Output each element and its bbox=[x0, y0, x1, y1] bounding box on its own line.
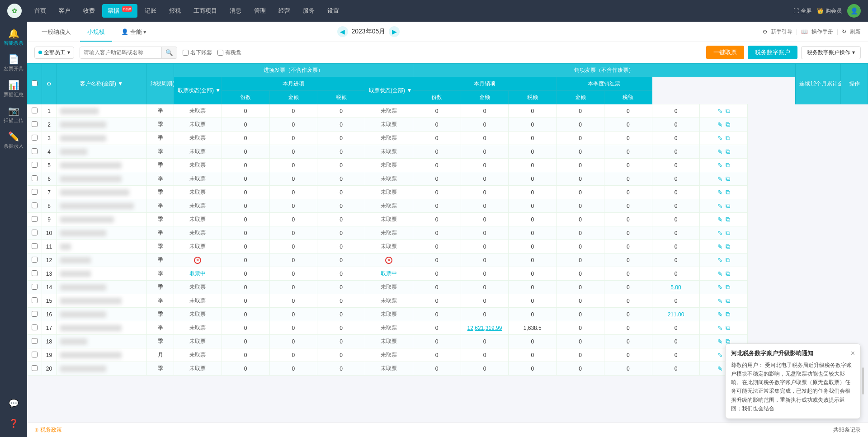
copy-ops-icon[interactable]: ⧉ bbox=[726, 297, 730, 305]
row-ops[interactable]: ✎ ⧉ bbox=[700, 226, 748, 240]
search-input[interactable] bbox=[80, 47, 161, 58]
nav-invoice[interactable]: 票据 new bbox=[102, 4, 137, 18]
row-out-status[interactable]: 未取票 bbox=[365, 118, 413, 132]
edit-ops-icon[interactable]: ✎ bbox=[717, 162, 723, 169]
copy-ops-icon[interactable]: ⧉ bbox=[726, 175, 730, 183]
row-name[interactable]: ████████████ bbox=[57, 308, 147, 321]
new-guide-btn[interactable]: 新手引导 bbox=[771, 28, 793, 36]
row-out-status[interactable]: 未取票 bbox=[365, 362, 413, 376]
nav-home[interactable]: 首页 bbox=[29, 4, 52, 18]
row-ops[interactable]: ✎ ⧉ bbox=[700, 281, 748, 294]
row-in-status[interactable]: 未取票 bbox=[174, 321, 222, 335]
row-checkbox-cell[interactable] bbox=[28, 132, 42, 145]
row-name[interactable]: ████████████████ bbox=[57, 294, 147, 308]
row-out-status[interactable]: 未取票 bbox=[365, 159, 413, 172]
row-checkbox-cell[interactable] bbox=[28, 281, 42, 294]
row-out-status[interactable]: 未取票 bbox=[365, 226, 413, 240]
copy-ops-icon[interactable]: ⧉ bbox=[726, 243, 730, 250]
nav-business2[interactable]: 经营 bbox=[273, 4, 296, 18]
row-checkbox[interactable] bbox=[32, 257, 38, 263]
row-in-status[interactable]: 未取票 bbox=[174, 281, 222, 294]
avatar[interactable]: 👤 bbox=[847, 4, 861, 18]
row-out-status[interactable]: 未取票 bbox=[365, 172, 413, 186]
copy-ops-icon[interactable]: ⧉ bbox=[726, 148, 730, 155]
select-all-checkbox[interactable] bbox=[32, 80, 38, 86]
search-button[interactable]: 🔍 bbox=[161, 47, 177, 58]
row-name[interactable]: ████████████ bbox=[57, 362, 147, 376]
row-name[interactable]: ████████████ bbox=[57, 118, 147, 132]
edit-ops-icon[interactable]: ✎ bbox=[717, 148, 723, 155]
out-amount-link[interactable]: 12,621,319.99 bbox=[467, 325, 502, 331]
row-out-status[interactable]: 未取票 bbox=[365, 294, 413, 308]
row-in-status[interactable]: 未取票 bbox=[174, 199, 222, 213]
row-in-status[interactable]: 未取票 bbox=[174, 226, 222, 240]
edit-ops-icon[interactable]: ✎ bbox=[717, 175, 723, 183]
row-name[interactable]: ██████████████ bbox=[57, 213, 147, 226]
row-checkbox[interactable] bbox=[32, 135, 38, 141]
continuous-link[interactable]: 5.00 bbox=[670, 284, 681, 291]
row-ops[interactable]: ✎ ⧉ bbox=[700, 240, 748, 254]
row-ops[interactable]: ✎ ⧉ bbox=[700, 118, 748, 132]
member-btn[interactable]: 👑 购会员 bbox=[817, 7, 842, 15]
copy-ops-icon[interactable]: ⧉ bbox=[726, 229, 730, 237]
row-checkbox-cell[interactable] bbox=[28, 254, 42, 267]
row-name[interactable]: ████████████████ bbox=[57, 159, 147, 172]
sidebar-item-scan-upload[interactable]: 📷 扫描上传 bbox=[2, 103, 25, 127]
nav-service[interactable]: 服务 bbox=[297, 4, 320, 18]
copy-ops-icon[interactable]: ⧉ bbox=[726, 107, 730, 115]
row-checkbox[interactable] bbox=[32, 324, 38, 330]
next-month-btn[interactable]: ▶ bbox=[389, 26, 400, 37]
row-ops[interactable]: ✎ ⧉ bbox=[700, 294, 748, 308]
row-out-status[interactable]: 未取票 bbox=[365, 348, 413, 362]
copy-ops-icon[interactable]: ⧉ bbox=[726, 121, 730, 128]
has-tax-filter[interactable]: 有税盘 bbox=[217, 49, 241, 56]
fullscreen-btn[interactable]: ⛶ 全屏 bbox=[793, 7, 811, 15]
row-checkbox-cell[interactable] bbox=[28, 159, 42, 172]
row-name[interactable]: ██████████████████... bbox=[57, 199, 147, 213]
row-name[interactable]: ████████████ bbox=[57, 226, 147, 240]
refresh-btn[interactable]: 刷新 bbox=[850, 28, 861, 36]
row-checkbox-cell[interactable] bbox=[28, 118, 42, 132]
th-period[interactable]: 纳税周期(全部) ▼ bbox=[147, 64, 174, 104]
my-accounts-filter[interactable]: 名下账套 bbox=[183, 49, 212, 56]
row-in-status[interactable]: ✕ bbox=[174, 254, 222, 267]
row-checkbox-cell[interactable] bbox=[28, 267, 42, 281]
nav-accounting[interactable]: 记账 bbox=[139, 4, 162, 18]
row-ops[interactable]: ✎ ⧉ bbox=[700, 186, 748, 199]
row-checkbox[interactable] bbox=[32, 202, 38, 208]
row-out-status[interactable]: ✕ bbox=[365, 254, 413, 267]
nav-settings[interactable]: 设置 bbox=[322, 4, 344, 18]
row-checkbox-cell[interactable] bbox=[28, 294, 42, 308]
edit-ops-icon[interactable]: ✎ bbox=[717, 284, 723, 291]
row-name[interactable]: ███████ bbox=[57, 335, 147, 348]
copy-ops-icon[interactable]: ⧉ bbox=[726, 310, 730, 318]
row-checkbox-cell[interactable] bbox=[28, 240, 42, 254]
row-ops[interactable]: ✎ ⧉ bbox=[700, 254, 748, 267]
employee-filter[interactable]: 全部员工 ▾ bbox=[34, 47, 74, 59]
nav-tax[interactable]: 报税 bbox=[164, 4, 186, 18]
row-name[interactable]: ███████ bbox=[57, 145, 147, 159]
tax-digital-ops-btn[interactable]: 税务数字账户操作 ▾ bbox=[801, 46, 861, 59]
copy-ops-icon[interactable]: ⧉ bbox=[726, 134, 730, 142]
has-tax-checkbox[interactable] bbox=[217, 50, 223, 56]
row-checkbox-cell[interactable] bbox=[28, 321, 42, 335]
app-logo[interactable]: ✿ bbox=[7, 4, 22, 18]
row-ops[interactable]: ✎ ⧉ bbox=[700, 172, 748, 186]
sidebar-item-invoice-issue[interactable]: 📄 发票开具 bbox=[2, 51, 25, 76]
row-checkbox-cell[interactable] bbox=[28, 172, 42, 186]
tax-digital-btn[interactable]: 税务数字账户 bbox=[748, 46, 797, 59]
row-ops[interactable]: ✎ ⧉ bbox=[700, 267, 748, 281]
edit-ops-icon[interactable]: ✎ bbox=[717, 365, 723, 372]
sidebar-item-invoice-summary[interactable]: 📊 票据汇总 bbox=[2, 77, 25, 102]
nav-business[interactable]: 工商项目 bbox=[188, 4, 222, 18]
row-checkbox[interactable] bbox=[32, 216, 38, 222]
row-ops[interactable]: ✎ ⧉ bbox=[700, 308, 748, 321]
row-in-status[interactable]: 未取票 bbox=[174, 145, 222, 159]
row-in-status[interactable]: 未取票 bbox=[174, 213, 222, 226]
row-ops[interactable]: ✎ ⧉ bbox=[700, 199, 748, 213]
row-checkbox-cell[interactable] bbox=[28, 199, 42, 213]
copy-ops-icon[interactable]: ⧉ bbox=[726, 270, 730, 277]
row-in-status[interactable]: 取票中 bbox=[174, 267, 222, 281]
row-checkbox[interactable] bbox=[32, 284, 38, 290]
th-check[interactable] bbox=[28, 64, 42, 104]
